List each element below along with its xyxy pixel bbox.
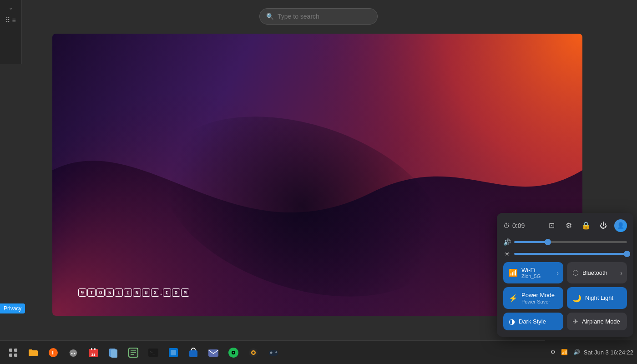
svg-point-10 [74,353,76,354]
qs-toggles-grid: 📶 Wi-Fi Zion_5G › ⬡ Bluetooth › ⚡ Power … [503,262,627,330]
taskbar-app-store[interactable] [184,343,203,362]
search-input[interactable] [278,13,371,20]
svg-rect-26 [189,350,197,357]
toggle-wifi[interactable]: 📶 Wi-Fi Zion_5G › [503,262,563,284]
svg-text:31: 31 [91,353,96,357]
watermark-char: O [96,288,105,297]
taskbar-app-grid[interactable] [4,343,23,362]
airplane-mode-label: Airplane Mode [582,318,620,325]
qs-user-avatar[interactable]: 👤 [614,219,627,232]
left-panel-view-toggle[interactable]: ⠿ ≡ [4,15,17,25]
left-panel-chevron-row[interactable]: ⌄ [7,3,15,13]
clock[interactable]: Sat Jun 3 16:24:22 [584,349,633,356]
watermark-char: L [115,288,123,297]
qs-screenshot-icon[interactable]: ⊡ [545,219,558,232]
taskbar-app-files[interactable] [24,343,43,362]
bluetooth-text: Bluetooth [582,269,607,277]
taskbar-app-firefox[interactable]: ff [44,343,63,362]
list-view-icon[interactable]: ≡ [12,16,15,24]
svg-rect-1 [14,349,17,352]
wifi-arrow-icon: › [556,269,559,277]
grid-view-icon[interactable]: ⠿ [5,16,10,24]
power-mode-icon: ⚡ [509,294,518,303]
dark-style-text: Dark Style [519,318,546,325]
airplane-mode-icon: ✈ [572,317,578,326]
volume-slider[interactable] [514,241,627,243]
bluetooth-label: Bluetooth [582,269,607,277]
qs-timer-value: 0:09 [512,222,525,229]
dark-style-icon: ◑ [509,317,515,326]
taskbar-app-thunderbird[interactable] [204,343,223,362]
svg-rect-27 [208,349,218,357]
power-mode-text: Power Mode Power Saver [521,292,555,304]
taskbar-app-terminal[interactable]: >_ [144,343,163,362]
wifi-icon: 📶 [509,268,518,277]
svg-rect-0 [9,349,12,352]
toggle-dark-style[interactable]: ◑ Dark Style [503,313,563,330]
watermark-char: 9 [78,288,86,297]
tray-wifi-icon[interactable]: 📶 [559,348,570,356]
svg-rect-12 [89,349,98,352]
toggle-power-mode[interactable]: ⚡ Power Mode Power Saver [503,287,563,309]
toggle-bluetooth[interactable]: ⬡ Bluetooth › [567,262,627,284]
volume-icon: 🔊 [503,238,511,246]
svg-point-35 [270,351,273,354]
wifi-label: Wi-Fi [521,267,541,274]
night-light-label: Night Light [585,294,613,302]
chevron-down-icon: ⌄ [9,5,13,11]
timer-icon: ⏱ [503,222,510,229]
watermark: 9TO5LINUX.COM [78,288,189,297]
watermark-text: 9TO5LINUX.COM [78,288,189,297]
brightness-icon: ☀ [503,250,511,258]
svg-rect-3 [14,354,17,357]
taskbar-app-spotify[interactable] [224,343,243,362]
svg-point-9 [71,353,73,354]
bluetooth-arrow-icon: › [620,269,622,277]
svg-rect-2 [9,354,12,357]
taskbar-app-steam[interactable] [264,343,283,362]
qs-top-bar: ⏱ 0:09 ⊡ ⚙ 🔒 ⏻ 👤 [503,219,627,232]
qs-lock-icon[interactable]: 🔒 [580,219,592,232]
bluetooth-icon: ⬡ [572,268,579,277]
wifi-text: Wi-Fi Zion_5G [521,267,541,279]
watermark-char: O [172,288,180,297]
watermark-char: 5 [106,288,114,297]
tray-settings-icon[interactable]: ⚙ [549,348,557,356]
taskbar-app-calendar[interactable]: 31 [84,343,103,362]
watermark-char: N [133,288,141,297]
power-mode-sub: Power Saver [521,299,555,304]
qs-settings-icon[interactable]: ⚙ [562,219,575,232]
taskbar-app-cachyos[interactable] [244,343,263,362]
watermark-char: X [151,288,159,297]
night-light-text: Night Light [585,294,613,302]
tray-volume-icon[interactable]: 🔊 [571,348,582,356]
watermark-dot: . [160,289,162,296]
svg-rect-14 [94,348,96,350]
left-panel: ⌄ ⠿ ≡ [0,0,22,64]
taskbar-app-vmbox[interactable] [164,343,183,362]
taskbar-app-weechat[interactable] [64,343,83,362]
taskbar-app-filemanager[interactable] [104,343,123,362]
privacy-tag[interactable]: Privacy [0,303,25,313]
svg-rect-37 [276,351,277,353]
svg-point-30 [233,352,234,353]
svg-rect-25 [171,350,176,355]
qs-power-icon[interactable]: ⏻ [597,219,610,232]
search-bar[interactable]: 🔍 [259,8,378,25]
night-light-icon: 🌙 [572,294,581,303]
brightness-slider[interactable] [514,253,627,255]
watermark-char: M [181,288,189,297]
toggle-airplane-mode[interactable]: ✈ Airplane Mode [567,313,627,330]
volume-slider-row: 🔊 [503,238,627,246]
dark-style-label: Dark Style [519,318,546,325]
watermark-char: I [124,288,132,297]
taskbar: ff31>_ [0,340,637,364]
watermark-char: C [163,288,171,297]
svg-point-33 [253,351,255,354]
svg-text:>_: >_ [150,350,155,354]
toggle-night-light[interactable]: 🌙 Night Light [567,287,627,309]
taskbar-app-editor[interactable] [124,343,143,362]
quick-settings-panel: ⏱ 0:09 ⊡ ⚙ 🔒 ⏻ 👤 🔊 ☀ 📶 Wi-Fi [497,213,633,337]
airplane-mode-text: Airplane Mode [582,318,620,325]
watermark-char: U [142,288,150,297]
